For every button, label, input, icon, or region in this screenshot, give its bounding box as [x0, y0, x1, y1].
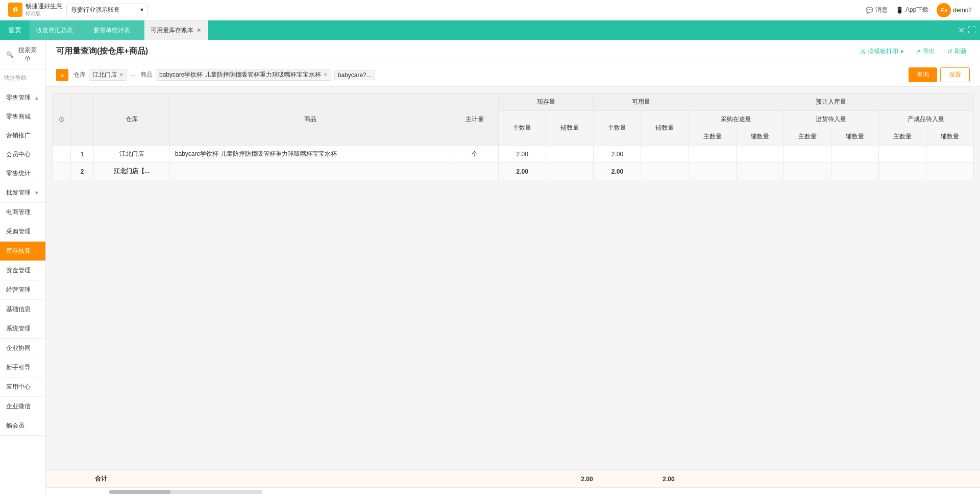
- th-purchase-sub: 辅数量: [736, 128, 783, 146]
- user-profile[interactable]: Ea demo2: [937, 3, 972, 17]
- product-tag-1[interactable]: babycare学饮杯 儿童防摔防撞吸管杯重力球吸嘴杯宝宝水杯 ✕: [156, 69, 331, 81]
- th-warehouse: 仓库: [94, 93, 170, 146]
- product-tag1-remove[interactable]: ✕: [323, 72, 328, 78]
- tab-expand-icon[interactable]: ⛶: [968, 26, 976, 35]
- sidebar-enterprise-section: 企业协同: [0, 339, 45, 358]
- sidebar-item-system[interactable]: 系统管理: [0, 319, 45, 338]
- th-seq: [71, 93, 94, 146]
- sidebar-item-marketing[interactable]: 营销推广: [0, 126, 45, 145]
- warehouse-filter-label: 仓库: [74, 70, 86, 79]
- scroll-track[interactable]: [109, 490, 262, 494]
- sidebar-search-section: 🔍 搜索菜单: [0, 40, 45, 70]
- sidebar-system-section: 系统管理: [0, 319, 45, 339]
- th-avail-main: 主数量: [594, 111, 641, 146]
- row2-pendin-main: [783, 163, 831, 180]
- footer-total-avail: 2.00: [648, 476, 689, 483]
- query-button[interactable]: 查询: [909, 67, 937, 82]
- scroll-thumb[interactable]: [109, 490, 170, 494]
- row1-pendin-sub: [831, 146, 878, 163]
- product-tag-2[interactable]: babycare?...: [334, 70, 375, 80]
- th-purchase-transit: 采购在途量: [689, 111, 783, 128]
- tab-close-all-icon[interactable]: ✕: [958, 26, 965, 35]
- sidebar-item-ecommerce[interactable]: 电商管理: [0, 203, 45, 222]
- tab-available-stock[interactable]: 可用量库存账本 ✕: [144, 20, 208, 40]
- th-current-stock: 现存量: [499, 93, 594, 111]
- table-row: 1 江北门店 babycare学饮杯 儿童防摔防撞吸管杯重力球吸嘴杯宝宝水杯 个…: [53, 146, 974, 163]
- sidebar-item-purchase[interactable]: 采购管理: [0, 222, 45, 241]
- tab-close-available[interactable]: ✕: [197, 27, 201, 34]
- data-table: ⚙ 仓库 商品 主计量 现存量 可用量 预计入库量 主数量 辅数量 主数量: [52, 93, 974, 180]
- row2-product-main: [878, 163, 926, 180]
- th-main-unit: 主计量: [451, 93, 499, 146]
- message-button[interactable]: 💬 消息: [866, 6, 888, 14]
- tab-controls: ✕ ⛶: [954, 26, 980, 35]
- content-area: 可用量查询(按仓库+商品) 🖨 按模板打印 ▾ ↗ 导出 ↺ 刷新: [46, 40, 980, 496]
- app-download-button[interactable]: 📱 App下载: [896, 6, 928, 14]
- sidebar-purchase-section: 采购管理: [0, 222, 45, 242]
- sidebar-vip-section: 畅会员: [0, 416, 45, 436]
- footer-total-stock: 2.00: [567, 476, 607, 483]
- setting-button[interactable]: 设置: [940, 67, 970, 82]
- arrow-icon: ▲: [34, 95, 39, 101]
- row1-product-main: [878, 146, 926, 163]
- th-product-main: 主数量: [878, 128, 926, 146]
- sidebar-item-enterprise[interactable]: 企业协同: [0, 339, 45, 358]
- row1-warehouse: 江北门店: [94, 146, 170, 163]
- industry-selector[interactable]: 母婴行业演示账套 ▾: [66, 4, 148, 16]
- sidebar-item-wechat-biz[interactable]: 企业微信: [0, 397, 45, 416]
- row2-stock-sub: [546, 163, 594, 180]
- sidebar-item-inventory[interactable]: 库存核算: [0, 242, 45, 261]
- sidebar-item-basic-info[interactable]: 基础信息: [0, 300, 45, 319]
- sidebar-retail-mgmt-section: 零售管理 ▲ 零售商城 营销推广 会员中心 零售统计: [0, 88, 45, 183]
- tab-home[interactable]: 首页: [0, 20, 30, 40]
- warehouse-tag[interactable]: 江北门店 ✕: [89, 69, 127, 81]
- filter-bar: » 仓库 江北门店 ✕ ··· 商品 babycare学饮杯 儿童防摔防撞吸管杯…: [46, 63, 980, 87]
- warehouse-more[interactable]: ···: [130, 72, 135, 79]
- row2-stock-main: 2.00: [499, 163, 546, 180]
- refresh-button[interactable]: ↺ 刷新: [944, 45, 970, 58]
- logo: 好 畅捷通好生意 标准版: [8, 3, 62, 17]
- table-area: ⚙ 仓库 商品 主计量 现存量 可用量 预计入库量 主数量 辅数量 主数量: [46, 87, 980, 469]
- th-settings[interactable]: ⚙: [53, 93, 71, 146]
- tab-receipt-summary[interactable]: 收发存汇总表 ✕: [30, 20, 87, 40]
- sidebar-item-finance[interactable]: 资金管理: [0, 261, 45, 280]
- tab-close-order[interactable]: ✕: [133, 27, 138, 34]
- row1-product: babycare学饮杯 儿童防摔防撞吸管杯重力球吸嘴杯宝宝水杯: [169, 146, 451, 163]
- row2-avail-main: 2.00: [594, 163, 641, 180]
- filter-expand-button[interactable]: »: [56, 69, 68, 81]
- tab-bar: 首页 收发存汇总表 ✕ 要货单统计表 ✕ 可用量库存账本 ✕ ✕ ⛶: [0, 20, 980, 40]
- tab-order-stats[interactable]: 要货单统计表 ✕: [87, 20, 144, 40]
- arrow-icon: ▼: [34, 190, 39, 196]
- sidebar-item-app-center[interactable]: 应用中心: [0, 377, 45, 396]
- settings-icon[interactable]: ⚙: [58, 115, 65, 124]
- th-product: 商品: [169, 93, 451, 146]
- table-footer: 合计 2.00 2.00: [46, 469, 980, 487]
- sidebar-item-operations[interactable]: 经营管理: [0, 280, 45, 299]
- row1-settings: [53, 146, 71, 163]
- row1-seq: 1: [71, 146, 94, 163]
- sidebar-item-retail-stats[interactable]: 零售统计: [0, 164, 45, 183]
- sidebar-quick-nav: 快捷导航: [0, 70, 45, 88]
- sidebar-item-retail-mall[interactable]: 零售商城: [0, 107, 45, 126]
- th-pending-product: 产成品待入量: [878, 111, 973, 128]
- sidebar-item-members[interactable]: 会员中心: [0, 145, 45, 164]
- page-title: 可用量查询(按仓库+商品): [56, 46, 148, 57]
- footer-label: 合计: [90, 475, 184, 483]
- sidebar-item-new-guide[interactable]: 新手引导: [0, 358, 45, 377]
- print-button[interactable]: 🖨 按模板打印 ▾: [856, 45, 906, 58]
- logo-text: 畅捷通好生意 标准版: [26, 3, 62, 17]
- search-menu-button[interactable]: 🔍 搜索菜单: [4, 44, 41, 65]
- sidebar-finance-section: 资金管理: [0, 261, 45, 280]
- sidebar-item-wholesale-mgmt[interactable]: 批发管理 ▼: [0, 183, 45, 202]
- tab-close-receipt[interactable]: ✕: [76, 27, 81, 34]
- row1-unit: 个: [451, 146, 499, 163]
- sidebar-appcenter-section: 应用中心: [0, 377, 45, 397]
- row1-product-sub: [926, 146, 973, 163]
- sidebar-item-vip[interactable]: 畅会员: [0, 416, 45, 435]
- row2-settings: [53, 163, 71, 180]
- sidebar: 🔍 搜索菜单 快捷导航 零售管理 ▲ 零售商城 营销推广 会员中心 零售统计: [0, 40, 46, 496]
- warehouse-tag-remove[interactable]: ✕: [119, 72, 124, 78]
- sidebar-item-retail-mgmt[interactable]: 零售管理 ▲: [0, 88, 45, 107]
- th-pending-in: 进货待入量: [783, 111, 878, 128]
- export-button[interactable]: ↗ 导出: [913, 45, 938, 58]
